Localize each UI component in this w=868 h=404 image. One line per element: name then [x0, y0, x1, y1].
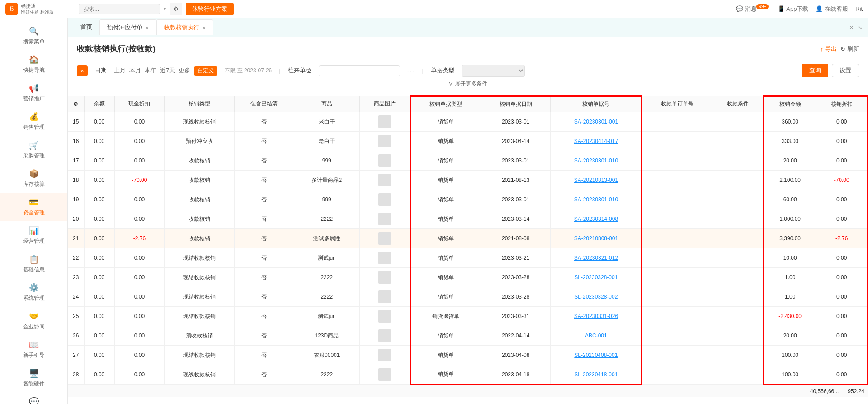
sidebar-item-enterprise[interactable]: 🤝 企业协同 — [0, 307, 67, 335]
td-receipt-order-no — [642, 365, 712, 385]
main-layout: 🔍 搜索菜单 🏠 快捷导航 📢 营销推广 💰 销售管理 🛒 采购管理 📦 库存核… — [0, 18, 868, 404]
bill-no-link[interactable]: SA-20230314-008 — [574, 216, 618, 222]
user-name[interactable]: Rit — [855, 5, 863, 12]
td-row-num: 26 — [68, 326, 84, 346]
bill-no-link[interactable]: SA-20230301-001 — [574, 119, 618, 125]
tab-receipts-close[interactable]: ✕ — [202, 25, 206, 30]
sidebar-item-hardware[interactable]: 🖥️ 智能硬件 — [0, 364, 67, 392]
th-settings[interactable]: ⚙ — [68, 96, 84, 112]
sidebar-item-sales[interactable]: 💰 销售管理 — [0, 107, 67, 136]
table-settings-icon[interactable]: ⚙ — [73, 101, 78, 107]
td-goods-img — [359, 365, 410, 385]
td-verify-bill-no[interactable]: SA-20230301-001 — [551, 112, 642, 132]
th-include-settled: 包含已结清 — [234, 96, 294, 112]
td-verify-discount: -2.76 — [816, 229, 868, 248]
td-verify-bill-date: 2023-03-28 — [481, 287, 551, 307]
td-verify-bill-no[interactable]: SL-20230408-001 — [551, 346, 642, 365]
tab-home[interactable]: 首页 — [73, 19, 99, 36]
bill-no-link[interactable]: SA-20230301-010 — [574, 196, 618, 203]
bill-no-link[interactable]: SL-20230328-001 — [574, 274, 618, 280]
sidebar-item-guide[interactable]: 📖 新手引导 — [0, 335, 67, 364]
td-goods: 老白干 — [294, 132, 359, 151]
td-verify-bill-no[interactable]: SA-20230314-008 — [551, 209, 642, 229]
td-verify-bill-no[interactable]: ABC-001 — [551, 326, 642, 346]
message-btn[interactable]: 💬 消息 99+ — [736, 5, 770, 13]
td-verify-bill-no[interactable]: SA-20210808-001 — [551, 229, 642, 248]
sidebar-item-marketing[interactable]: 📢 营销推广 — [0, 79, 67, 107]
date-this-month-btn[interactable]: 本月 — [129, 67, 141, 75]
sidebar-item-quicknav[interactable]: 🏠 快捷导航 — [0, 50, 67, 79]
bill-no-link[interactable]: SA-20210813-001 — [574, 177, 618, 183]
td-verify-bill-no[interactable]: SA-20230301-010 — [551, 190, 642, 209]
td-include-settled: 否 — [234, 190, 294, 209]
td-verify-type: 预付冲应收 — [165, 132, 234, 151]
bill-no-link[interactable]: SA-20210808-001 — [574, 235, 618, 242]
date-last-month-btn[interactable]: 上月 — [114, 67, 126, 75]
tab-receipts[interactable]: 收款核销执行 ✕ — [156, 19, 213, 35]
td-verify-type: 收款核销 — [165, 171, 234, 190]
date-custom-btn[interactable]: 自定义 — [194, 66, 217, 76]
filter-expand-btn[interactable]: » — [77, 65, 88, 76]
bill-no-link[interactable]: SL-20230418-001 — [574, 371, 618, 378]
industry-btn[interactable]: 休验行业方案 — [186, 3, 234, 15]
sidebar-item-basic[interactable]: 📋 基础信息 — [0, 250, 67, 278]
bill-type-select[interactable] — [462, 65, 525, 77]
search-input[interactable] — [79, 4, 160, 14]
sidebar-item-operations[interactable]: 📊 经营管理 — [0, 221, 67, 250]
td-verify-bill-no[interactable]: SL-20230328-002 — [551, 287, 642, 307]
td-verify-bill-type: 销货单 — [410, 190, 481, 209]
refresh-button[interactable]: ↻ 刷新 — [840, 45, 859, 53]
table-row: 25 0.00 0.00 现结收款核销 否 测试jun 销货退货单 2023-0… — [68, 307, 868, 326]
td-verify-bill-no[interactable]: SA-20210813-001 — [551, 171, 642, 190]
date-7days-btn[interactable]: 近7天 — [160, 67, 175, 75]
td-verify-bill-no[interactable]: SA-20230331-026 — [551, 307, 642, 326]
app-download-btn[interactable]: 📱 App下载 — [778, 5, 808, 13]
expand-conditions-btn[interactable]: ∨ 展开更多条件 — [77, 77, 859, 90]
sidebar-item-label: 销售管理 — [23, 124, 45, 131]
bill-no-link[interactable]: SA-20230321-012 — [574, 255, 618, 261]
sidebar-item-inventory[interactable]: 📦 库存核算 — [0, 164, 67, 193]
from-unit-input[interactable] — [319, 65, 400, 76]
bill-no-link[interactable]: SL-20230328-002 — [574, 294, 618, 300]
export-button[interactable]: ↑ 导出 — [821, 45, 837, 53]
table-row: 20 0.00 0.00 收款核销 否 2222 销货单 2023-03-14 … — [68, 209, 868, 229]
td-balance: 0.00 — [84, 132, 114, 151]
fullscreen-icon[interactable]: ⤡ — [858, 24, 863, 31]
dropdown-arrow-icon[interactable]: ▾ — [164, 6, 166, 11]
td-verify-discount: -70.00 — [816, 171, 868, 190]
tab-prepay-close[interactable]: ✕ — [145, 25, 149, 30]
tab-prepay[interactable]: 预付冲应付单 ✕ — [99, 19, 156, 35]
close-window-icon[interactable]: ✕ — [849, 24, 854, 31]
bill-no-link[interactable]: SA-20230414-017 — [574, 138, 618, 144]
sidebar-item-funds[interactable]: 💳 资金管理 — [0, 193, 67, 221]
query-button[interactable]: 查询 — [802, 64, 828, 77]
table-container[interactable]: ⚙ 余额 现金折扣 核销类型 包含已结清 商品 商品图片 核销单据类型 核销单据… — [68, 95, 868, 404]
td-verify-bill-no[interactable]: SA-20230301-010 — [551, 151, 642, 171]
td-verify-bill-no[interactable]: SA-20230414-017 — [551, 132, 642, 151]
td-verify-bill-no[interactable]: SA-20230321-012 — [551, 248, 642, 268]
td-goods-img — [359, 112, 410, 132]
online-service-btn[interactable]: 👤 在线客服 — [816, 5, 848, 13]
td-verify-bill-no[interactable]: SL-20230418-001 — [551, 365, 642, 385]
funds-icon: 💳 — [29, 197, 39, 207]
td-verify-bill-no[interactable]: SL-20230328-001 — [551, 268, 642, 287]
sidebar-item-purchase[interactable]: 🛒 采购管理 — [0, 136, 67, 164]
sidebar-item-system[interactable]: ⚙️ 系统管理 — [0, 278, 67, 307]
sidebar-item-wechat[interactable]: 💬 企业微信 — [0, 392, 67, 404]
filter-dots: ··· — [407, 67, 415, 74]
td-verify-discount: 0.00 — [816, 151, 868, 171]
td-row-num: 23 — [68, 268, 84, 287]
settings-icon[interactable]: ⚙ — [170, 3, 182, 15]
td-receipt-order-no — [642, 229, 712, 248]
date-more-btn[interactable]: 更多 — [179, 67, 190, 75]
bill-no-link[interactable]: SL-20230408-001 — [574, 352, 618, 358]
settings-button[interactable]: 设置 — [832, 64, 859, 77]
date-this-year-btn[interactable]: 本年 — [145, 67, 156, 75]
bill-no-link[interactable]: SA-20230331-026 — [574, 313, 618, 319]
bill-no-link[interactable]: ABC-001 — [585, 333, 607, 339]
bill-no-link[interactable]: SA-20230301-010 — [574, 157, 618, 164]
td-receipt-terms — [712, 287, 763, 307]
notification-badge: 99+ — [756, 4, 769, 9]
sidebar-item-search[interactable]: 🔍 搜索菜单 — [0, 22, 67, 50]
content-area: 首页 预付冲应付单 ✕ 收款核销执行 ✕ ✕ ⤡ 收款核销执行(按收款) — [68, 18, 868, 404]
